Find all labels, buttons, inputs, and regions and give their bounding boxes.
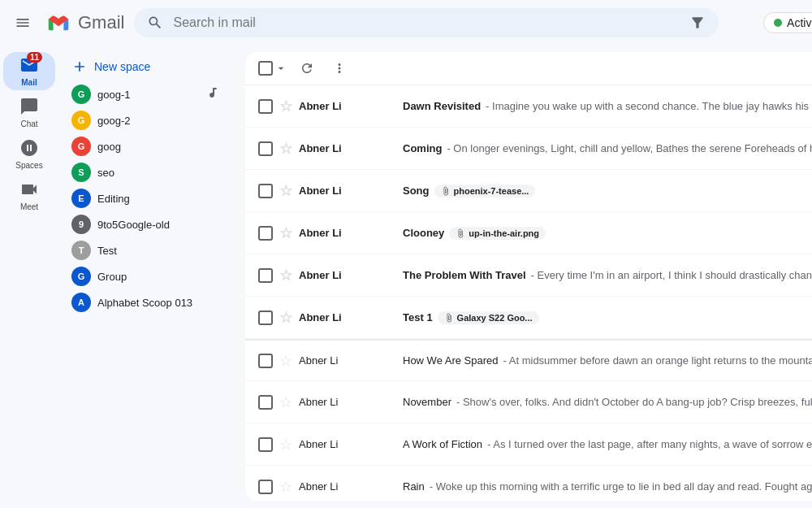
row-star[interactable]: ☆: [279, 182, 292, 200]
row-subject: How We Are Spared: [403, 354, 499, 367]
row-sender: Abner Li: [299, 269, 396, 281]
row-preview: - Show's over, folks. And didn't October…: [456, 396, 812, 408]
menu-icon: [15, 15, 31, 31]
row-checkbox[interactable]: [258, 268, 273, 283]
chat-label: Chat: [20, 119, 37, 128]
sidebar-icons: 11 Mail Chat Spaces Meet: [0, 46, 58, 508]
row-star[interactable]: ☆: [279, 98, 292, 115]
spaces-label: Spaces: [15, 161, 42, 170]
nav-item-goog-2[interactable]: Ggoog-2: [58, 107, 232, 133]
email-toolbar: 1–72 of 72: [245, 52, 812, 85]
search-filter-icon[interactable]: [689, 15, 706, 31]
email-row[interactable]: ☆Abner LiComing - On longer evenings, Li…: [245, 128, 812, 170]
sidebar-item-chat[interactable]: Chat: [3, 93, 55, 132]
email-row[interactable]: ☆Abner LiClooney up-in-the-air.png2:01 P…: [245, 212, 812, 254]
nav-item-test[interactable]: TTest: [58, 237, 232, 263]
nav-item-goog-1[interactable]: Ggoog-1: [58, 81, 232, 107]
active-label: Active: [787, 16, 812, 29]
chat-icon: [19, 97, 39, 116]
row-preview: - Imagine you wake up with a second chan…: [486, 100, 812, 112]
nav-item-editing[interactable]: EEditing: [58, 185, 232, 211]
search-input[interactable]: [173, 15, 680, 30]
row-subject: November: [403, 396, 451, 408]
row-star[interactable]: ☆: [279, 352, 292, 370]
row-star[interactable]: ☆: [279, 267, 292, 284]
nav-item-label: Alphabet Scoop 013: [97, 297, 219, 309]
email-row[interactable]: ☆Abner LiRain - Woke up this morning wit…: [245, 466, 812, 501]
row-checkbox[interactable]: [258, 141, 273, 156]
email-row[interactable]: ☆Abner LiThe Problem With Travel - Every…: [245, 254, 812, 297]
row-subject: Clooney: [403, 227, 444, 239]
nav-item-seo[interactable]: Sseo: [58, 159, 232, 185]
row-content: Test 1 Galaxy S22 Goo...: [403, 311, 812, 324]
nav-item-avatar: T: [71, 241, 91, 260]
row-preview: - Woke up this morning with a terrific u…: [430, 480, 812, 493]
row-subject: Song: [403, 185, 430, 197]
active-dot: [774, 19, 782, 27]
refresh-icon: [300, 61, 314, 76]
new-space-button[interactable]: New space: [58, 52, 232, 81]
nav-item-alphabet-scoop[interactable]: AAlphabet Scoop 013: [58, 289, 232, 315]
topbar-right: Active 9t5M: [763, 7, 812, 39]
nav-item-goog-3[interactable]: Ggoog: [58, 133, 232, 159]
row-subject: The Problem With Travel: [403, 269, 526, 281]
sidebar-item-spaces[interactable]: Spaces: [3, 135, 55, 173]
row-star[interactable]: ☆: [279, 393, 292, 411]
row-subject: A Work of Fiction: [403, 438, 482, 450]
row-sender: Abner Li: [299, 227, 396, 239]
sidebar-item-meet[interactable]: Meet: [3, 176, 55, 215]
row-checkbox[interactable]: [258, 226, 273, 241]
search-icon: [147, 15, 163, 31]
row-star[interactable]: ☆: [279, 309, 292, 327]
row-checkbox[interactable]: [258, 480, 273, 494]
topbar: Gmail Active: [0, 0, 812, 46]
row-star[interactable]: ☆: [279, 140, 292, 158]
nav-item-label: seo: [97, 167, 219, 179]
select-all-checkbox[interactable]: [258, 61, 287, 76]
mail-badge: 11: [27, 52, 42, 63]
row-sender: Abner Li: [299, 354, 396, 367]
row-subject: Test 1: [403, 311, 433, 323]
nav-item-label: Editing: [97, 193, 219, 205]
row-star[interactable]: ☆: [279, 224, 292, 242]
row-star[interactable]: ☆: [279, 436, 292, 454]
nav-item-label: Group: [97, 271, 219, 283]
row-checkbox[interactable]: [258, 184, 273, 198]
search-bar[interactable]: [134, 8, 719, 37]
nav-item-9to5google-old[interactable]: 99to5Google-old: [58, 211, 232, 237]
nav-item-avatar: S: [71, 163, 91, 182]
menu-button[interactable]: [6, 7, 39, 39]
new-space-label: New space: [94, 60, 150, 73]
email-row[interactable]: ☆Abner LiTest 1 Galaxy S22 Goo...2:00 PM: [245, 297, 812, 339]
email-row[interactable]: ☆Abner LiDawn Revisited - Imagine you wa…: [245, 85, 812, 128]
nav-item-avatar: G: [71, 85, 91, 104]
row-checkbox[interactable]: [258, 354, 273, 368]
nav-item-group[interactable]: GGroup: [58, 263, 232, 289]
refresh-button[interactable]: [294, 55, 320, 81]
row-preview: - At midsummer before dawn an orange lig…: [503, 354, 812, 367]
row-checkbox[interactable]: [258, 99, 273, 114]
row-content: Coming - On longer evenings, Light, chil…: [403, 142, 812, 154]
row-checkbox[interactable]: [258, 437, 273, 452]
row-content: November - Show's over, folks. And didn'…: [403, 396, 812, 408]
row-checkbox[interactable]: [258, 310, 273, 325]
email-row[interactable]: ☆Abner LiSong phoenix-7-tease...2:01 PM: [245, 170, 812, 212]
email-row[interactable]: ☆Abner LiA Work of Fiction - As I turned…: [245, 423, 812, 466]
checkbox-select-all[interactable]: [258, 61, 273, 76]
more-icon: [332, 61, 347, 76]
email-row[interactable]: ☆Abner LiNovember - Show's over, folks. …: [245, 381, 812, 423]
nav-item-avatar: 9: [71, 215, 91, 234]
active-status-badge[interactable]: Active: [763, 12, 812, 33]
chevron-down-small-icon[interactable]: [274, 62, 287, 75]
row-star[interactable]: ☆: [279, 478, 292, 496]
row-preview: - Every time I'm in an airport, I think …: [531, 269, 812, 281]
row-checkbox[interactable]: [258, 395, 273, 410]
more-options-button[interactable]: [326, 55, 352, 81]
row-subject: Coming: [403, 142, 442, 154]
nav-item-label: goog: [97, 141, 219, 153]
sidebar-item-mail[interactable]: 11 Mail: [3, 52, 55, 90]
nav-item-avatar: G: [71, 111, 91, 130]
attachment-chip: up-in-the-air.png: [449, 227, 546, 240]
email-row[interactable]: ☆Abner LiHow We Are Spared - At midsumme…: [245, 339, 812, 381]
row-content: Clooney up-in-the-air.png: [403, 227, 812, 240]
